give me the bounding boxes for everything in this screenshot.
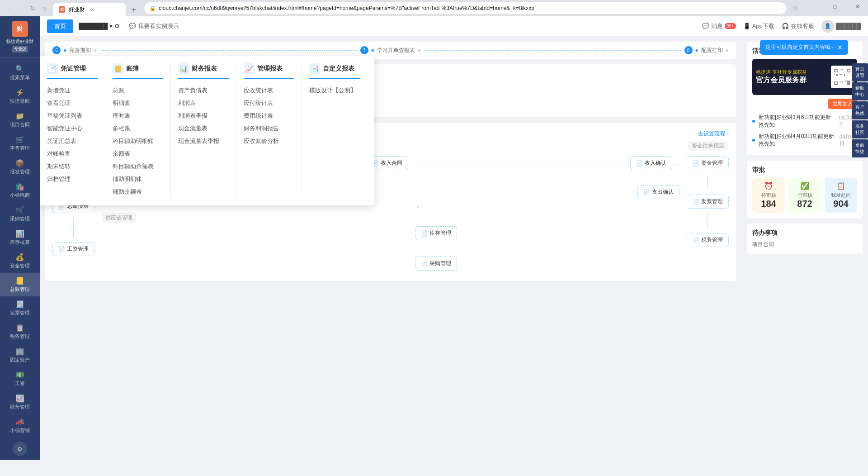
step-label-2: 配置打印: [701, 47, 723, 54]
fund-mgmt-node[interactable]: 📄 资金管理: [687, 156, 729, 170]
col-item-mgmt_report-2[interactable]: 费用统计表: [244, 109, 294, 122]
sidebar-item-salary[interactable]: 💵 工资: [0, 367, 40, 390]
col-item-ledger-7[interactable]: 辅助明细账: [113, 173, 163, 186]
invoice-mgmt-node[interactable]: 📄 发票管理: [687, 195, 729, 209]
sidebar-item-retail[interactable]: 🛒 零售管理: [0, 132, 40, 155]
sidebar-item-ecommerce[interactable]: 🛍️ 小畅电商: [0, 179, 40, 202]
sidebar-settings-button[interactable]: ⚙: [13, 442, 27, 456]
version-badge: 专业版: [12, 46, 28, 52]
pending-approval[interactable]: ⏰ 待审核 184: [752, 178, 785, 213]
sidebar-item-finance[interactable]: 💰 资金管理: [0, 249, 40, 273]
sidebar-icon-project: 📁: [15, 112, 24, 120]
messages-label: 消息: [711, 22, 723, 30]
sidebar-label-operations: 经营管理: [10, 404, 30, 410]
col-item-mgmt_report-3[interactable]: 财务利润报告: [244, 122, 294, 135]
sidebar-item-accounting[interactable]: 📒 总账管理: [0, 273, 40, 296]
col-item-financial_report-0[interactable]: 资产负债表: [178, 84, 229, 97]
maximize-button[interactable]: □: [825, 0, 845, 14]
col-item-voucher-1[interactable]: 查看凭证: [47, 97, 98, 109]
col-item-financial_report-4[interactable]: 现金流量表季报: [178, 135, 229, 148]
initiated-stat[interactable]: 📋 我发起的 904: [825, 178, 857, 213]
refresh-button[interactable]: ↻: [27, 3, 38, 14]
app-download-button[interactable]: 📱 App下载: [743, 22, 774, 30]
new-tab-button[interactable]: +: [127, 4, 140, 16]
float-hotline[interactable]: 客户热线: [852, 101, 868, 119]
home-button[interactable]: ⌂: [39, 3, 50, 14]
purchase-mgmt-node[interactable]: 📄 采购管理: [415, 257, 457, 271]
col-item-ledger-6[interactable]: 科目辅助余额表: [113, 160, 163, 173]
col-item-voucher-2[interactable]: 草稿凭证列表: [47, 109, 98, 122]
address-bar[interactable]: 🔒 cloud.chanjet.com/cc/u6d89qwnryel/57bf…: [144, 2, 787, 14]
company-selector[interactable]: ███████ ▾ ⚙: [79, 23, 120, 29]
sidebar-item-shortcut[interactable]: ⚡ 快捷导航: [0, 85, 40, 108]
step-info-2: ●: [726, 47, 729, 53]
col-item-voucher-7[interactable]: 归档管理: [47, 173, 98, 186]
col-item-voucher-3[interactable]: 智能凭证中心: [47, 122, 98, 135]
float-home-settings[interactable]: 首页设置: [852, 63, 868, 81]
sidebar-item-operations[interactable]: 📈 经营管理: [0, 390, 40, 414]
home-tab[interactable]: 首页: [47, 19, 73, 33]
service-button[interactable]: 🎧 在线客服: [782, 22, 814, 30]
sidebar-icon-purchase: 🛒: [15, 206, 24, 214]
demo-link[interactable]: 💬 我要看实例演示: [129, 22, 179, 30]
minimize-button[interactable]: ─: [802, 0, 823, 14]
sidebar-item-marketing[interactable]: 📣 小畅营销: [0, 414, 40, 438]
sidebar-item-wholesale[interactable]: 📦 批发管理: [0, 155, 40, 179]
sidebar-item-tax[interactable]: 📋 税务管理: [0, 320, 40, 343]
close-button[interactable]: ✕: [847, 0, 868, 14]
sidebar-icon-invoice: 🧾: [15, 300, 24, 309]
float-community[interactable]: 服务社区: [852, 120, 868, 138]
expense-confirm-node[interactable]: 📄 支出确认: [637, 185, 679, 199]
col-item-ledger-8[interactable]: 辅助余额表: [113, 186, 163, 198]
col-item-ledger-0[interactable]: 总账: [113, 84, 163, 97]
sidebar-item-invoice[interactable]: 🧾 发票管理: [0, 296, 40, 320]
col-item-voucher-0[interactable]: 新增凭证: [47, 84, 98, 97]
col-item-ledger-3[interactable]: 多栏账: [113, 122, 163, 135]
customize-popup-close[interactable]: ✕: [837, 44, 843, 51]
news-item-0[interactable]: 新功能|好业财3月6日功能更新抢先知 03月06日: [752, 112, 857, 131]
sidebar-item-inventory[interactable]: 📊 库存核算: [0, 226, 40, 249]
revenue-confirm-node[interactable]: 📄 收入确认: [630, 156, 672, 170]
sidebar-item-search[interactable]: 🔍 搜索菜单: [0, 61, 40, 85]
company-dropdown-icon: ▾: [109, 23, 113, 29]
bookmark-button[interactable]: ☆: [793, 5, 798, 12]
messages-button[interactable]: 💬 消息 99+: [702, 22, 736, 30]
news-text-0: 新功能|好业财3月6日功能更新抢先知: [759, 114, 835, 129]
tab-close-button[interactable]: ✕: [89, 6, 96, 13]
col-item-voucher-6[interactable]: 期末结转: [47, 160, 98, 173]
tax-mgmt-node[interactable]: 📄 税务管理: [687, 233, 729, 247]
salary-mgmt-node[interactable]: 📄 工资管理: [52, 242, 94, 256]
address-bar-container: 🔒 cloud.chanjet.com/cc/u6d89qwnryel/57bf…: [140, 0, 802, 16]
sidebar-item-project[interactable]: 📁 项目合同: [0, 108, 40, 132]
float-help[interactable]: 帮助中心: [852, 82, 868, 100]
goto-setup-link[interactable]: 去设置流程 ›: [698, 130, 729, 138]
col-item-mgmt_report-0[interactable]: 应收统计表: [244, 84, 294, 97]
inventory-mgmt-node[interactable]: 📄 库存管理: [415, 226, 457, 240]
forward-button[interactable]: ›: [15, 3, 26, 14]
col-item-ledger-4[interactable]: 科目辅助明细账: [113, 135, 163, 148]
service-icon: 🎧: [782, 23, 789, 29]
news-text-1: 新功能|好业财4月03日功能更新抢先知: [759, 133, 836, 148]
col-item-custom_report-0[interactable]: 模版设计【公测】: [309, 84, 360, 97]
col-item-ledger-2[interactable]: 序时账: [113, 109, 163, 122]
col-item-ledger-5[interactable]: 余额表: [113, 148, 163, 160]
col-item-mgmt_report-4[interactable]: 应收账龄分析: [244, 135, 294, 148]
news-item-1[interactable]: 新功能|好业财4月03日功能更新抢先知 04月03日: [752, 131, 857, 150]
back-button[interactable]: ‹: [4, 3, 14, 14]
col-item-ledger-1[interactable]: 明细账: [113, 97, 163, 109]
user-menu[interactable]: 👤 ██████: [821, 20, 861, 33]
col-item-voucher-5[interactable]: 对账检查: [47, 148, 98, 160]
col-item-financial_report-1[interactable]: 利润表: [178, 97, 229, 109]
sidebar-label-accounting: 总账管理: [10, 286, 30, 293]
banner-title: 畅捷通 享社群专属权益: [756, 69, 807, 76]
float-desktop[interactable]: 桌面快捷: [852, 139, 868, 157]
initiated-icon: 📋: [828, 181, 854, 190]
col-item-mgmt_report-1[interactable]: 应付统计表: [244, 97, 294, 109]
approved-stat[interactable]: ✅ 已审核 872: [788, 178, 821, 213]
sidebar-item-assets[interactable]: 🏢 固定资产: [0, 343, 40, 367]
sidebar-item-purchase[interactable]: 🛒 采购管理: [0, 202, 40, 226]
col-item-financial_report-2[interactable]: 利润表季报: [178, 109, 229, 122]
col-item-financial_report-3[interactable]: 现金流量表: [178, 122, 229, 135]
active-tab[interactable]: 财 好业财 ✕: [53, 3, 126, 16]
col-item-voucher-4[interactable]: 凭证汇总表: [47, 135, 98, 148]
